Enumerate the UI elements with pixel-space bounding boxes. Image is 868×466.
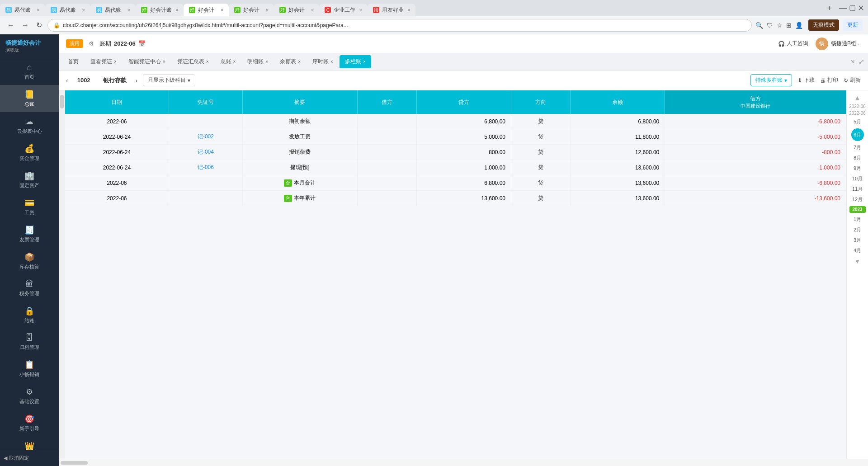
wuhen-button[interactable]: 无痕模式 <box>808 19 839 31</box>
sidebar-item-invoice[interactable]: 🧾 发票管理 <box>0 221 59 248</box>
tab-close-icon[interactable]: × <box>175 7 178 13</box>
bottom-scrollbar[interactable] <box>59 459 868 466</box>
browser-tab-tab6[interactable]: 好 好会计 × <box>229 4 274 16</box>
tab-close-icon[interactable]: × <box>221 7 223 13</box>
voucher-link[interactable]: 记-004 <box>198 149 214 155</box>
timeline-item[interactable]: 8月 <box>847 153 868 163</box>
timeline-item[interactable]: 6月 <box>851 128 864 141</box>
cell-voucher[interactable]: 记-006 <box>169 160 242 175</box>
reload-button[interactable]: ↻ <box>34 19 44 31</box>
unpin-button[interactable]: ◀ 取消固定 <box>4 455 55 461</box>
profile-icon-btn[interactable]: 👤 <box>795 22 803 29</box>
nav-right-button[interactable]: › <box>136 77 138 84</box>
minimize-button[interactable]: — <box>839 3 847 13</box>
sidebar-item-settings[interactable]: ⚙ 基础设置 <box>0 382 59 410</box>
close-button[interactable]: ✕ <box>858 3 864 13</box>
page-tab-sequence-ledger[interactable]: 序时账× <box>307 55 339 68</box>
download-button[interactable]: ⬇ 下载 <box>797 76 815 84</box>
timeline-item[interactable]: 5月 <box>847 117 868 127</box>
page-tab-detail-ledger[interactable]: 明细账× <box>242 55 274 68</box>
close-tab-icon[interactable]: × <box>206 59 209 64</box>
timeline-scroll-up[interactable]: ▲ <box>853 92 863 103</box>
browser-tab-tab9[interactable]: 用 用友好业 × <box>368 4 415 16</box>
print-button[interactable]: 🖨 打印 <box>820 76 838 84</box>
page-tab-view-voucher[interactable]: 查看凭证× <box>85 55 122 68</box>
timeline-item[interactable]: 2月 <box>847 225 868 235</box>
close-tab-icon[interactable]: × <box>265 59 268 64</box>
sidebar-item-close-account[interactable]: 🔒 结账 <box>0 301 59 329</box>
timeline-item[interactable]: 1月 <box>847 214 868 225</box>
update-button[interactable]: 更新 <box>843 19 863 31</box>
sidebar-item-vip[interactable]: 👑 畅会员 <box>0 437 59 450</box>
page-tab-home[interactable]: 首页 <box>62 55 84 68</box>
settings-icon[interactable]: ⚙ <box>89 40 94 47</box>
sidebar-item-inventory[interactable]: 📦 库存核算 <box>0 248 59 275</box>
browser-tab-tab8[interactable]: C 企业工作 × <box>319 4 367 16</box>
sidebar-item-tax[interactable]: 🏛 税务管理 <box>0 275 59 301</box>
star-icon-btn[interactable]: ☆ <box>777 22 783 29</box>
restore-button[interactable]: ▢ <box>849 3 856 13</box>
browser-tab-tab3[interactable]: 易 易代账 × <box>90 4 136 16</box>
close-tab-icon[interactable]: × <box>363 59 366 64</box>
tab-close-icon[interactable]: × <box>82 7 85 13</box>
timeline-item[interactable]: 11月 <box>847 184 868 194</box>
refresh-button[interactable]: ↻ 刷新 <box>844 76 861 84</box>
sidebar-item-cloud-report[interactable]: ☁ 云报表中心 <box>0 112 59 139</box>
timeline-item[interactable]: 10月 <box>847 174 868 184</box>
tab-close-icon[interactable]: × <box>407 7 410 13</box>
timeline-item[interactable]: 12月 <box>847 194 868 205</box>
timeline-item[interactable]: 3月 <box>847 235 868 245</box>
consult-button[interactable]: 🎧 人工咨询 <box>778 40 808 47</box>
special-multi-ledger-button[interactable]: 特殊多栏账 ▾ <box>750 74 792 86</box>
sidebar-item-guide[interactable]: 🎯 新手引导 <box>0 410 59 437</box>
page-tab-smart-center[interactable]: 智能凭证中心× <box>123 55 171 68</box>
new-tab-button[interactable]: + <box>823 4 835 13</box>
close-tab-icon[interactable]: × <box>114 59 117 64</box>
address-bar[interactable]: 🔒 cloud2.chanjet.com/accounting/uh26t264… <box>47 19 752 32</box>
browser-tab-tab2[interactable]: 易 易代账 × <box>45 4 90 16</box>
browser-tab-tab4[interactable]: 好 好会计账 × <box>136 4 184 16</box>
tab-close-icon[interactable]: × <box>127 7 130 13</box>
timeline-item[interactable]: 4月 <box>847 245 868 256</box>
left-scrollbar[interactable] <box>59 90 65 459</box>
filter-dropdown[interactable]: 只显示下级科目 ▾ <box>143 74 195 86</box>
tab-close-icon[interactable]: × <box>311 7 314 13</box>
voucher-link[interactable]: 记-006 <box>198 164 214 170</box>
timeline-item[interactable]: 2023 <box>849 206 866 213</box>
shield-icon-btn[interactable]: 🛡 <box>767 22 773 29</box>
extension-icon-btn[interactable]: ⊞ <box>786 22 792 29</box>
close-tab-icon[interactable]: × <box>163 59 165 64</box>
timeline-item[interactable]: 7月 <box>847 142 868 153</box>
tab-close-icon[interactable]: × <box>266 7 269 13</box>
nav-left-button[interactable]: ‹ <box>66 77 68 84</box>
sidebar-item-fund[interactable]: 💰 资金管理 <box>0 139 59 166</box>
browser-tab-tab5[interactable]: 好 好会计 × <box>184 4 229 16</box>
page-tab-voucher-summary[interactable]: 凭证汇总表× <box>172 55 214 68</box>
timeline-item[interactable]: 9月 <box>847 163 868 174</box>
close-tab-icon[interactable]: × <box>233 59 236 64</box>
expand-panel-button[interactable]: ⤢ <box>859 57 864 66</box>
sidebar-item-expense[interactable]: 📋 小畅报销 <box>0 355 59 382</box>
page-tab-general-ledger[interactable]: 总账× <box>215 55 241 68</box>
page-tab-balance-table[interactable]: 余额表× <box>274 55 306 68</box>
sidebar-item-salary[interactable]: 💳 工资 <box>0 193 59 221</box>
timeline-scroll-down[interactable]: ▼ <box>853 256 863 267</box>
page-tab-multi-column[interactable]: 多栏账× <box>340 55 371 68</box>
sidebar-item-home[interactable]: ⌂ 首页 <box>0 58 59 85</box>
forward-button[interactable]: → <box>20 19 31 31</box>
voucher-link[interactable]: 记-002 <box>198 133 214 140</box>
sidebar-item-ledger[interactable]: 📒 总账 <box>0 85 59 112</box>
search-icon-btn[interactable]: 🔍 <box>755 22 763 29</box>
close-tab-icon[interactable]: × <box>298 59 301 64</box>
sidebar-item-archive[interactable]: 🗄 归档管理 <box>0 329 59 355</box>
sidebar-item-fixed-asset[interactable]: 🏢 固定资产 <box>0 166 59 193</box>
browser-tab-tab1[interactable]: 易 易代账 × <box>0 4 45 16</box>
tab-close-icon[interactable]: × <box>359 7 362 13</box>
collapse-panel-button[interactable]: × <box>851 58 855 66</box>
calendar-icon[interactable]: 📅 <box>138 40 146 47</box>
back-button[interactable]: ← <box>5 19 16 31</box>
cell-voucher[interactable]: 记-004 <box>169 145 242 160</box>
cell-voucher[interactable]: 记-002 <box>169 129 242 145</box>
close-tab-icon[interactable]: × <box>330 59 333 64</box>
browser-tab-tab7[interactable]: 好 好会计 × <box>274 4 319 16</box>
